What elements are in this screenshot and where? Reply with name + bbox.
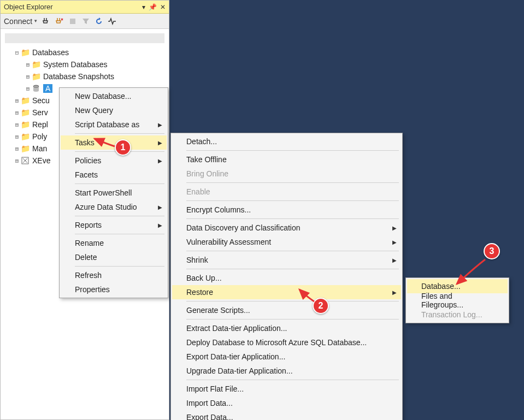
- menu-back-up[interactable]: Back Up...: [172, 271, 401, 285]
- close-icon[interactable]: ✕: [160, 3, 166, 11]
- folder-icon: 📁: [20, 144, 30, 153]
- expand-icon[interactable]: ⊞: [25, 85, 31, 92]
- menu-take-offline[interactable]: Take Offline: [172, 152, 401, 167]
- dropdown-icon[interactable]: ▾: [142, 3, 145, 11]
- refresh-icon[interactable]: [95, 17, 103, 26]
- plug-disconnect-icon[interactable]: [55, 17, 64, 26]
- connect-button[interactable]: Connect ▼: [4, 17, 38, 26]
- menu-new-query[interactable]: New Query: [61, 103, 167, 117]
- context-menu-restore: Database... Files and Filegroups... Tran…: [405, 277, 509, 323]
- activity-icon[interactable]: [108, 17, 116, 26]
- collapse-icon[interactable]: ⊟: [14, 49, 20, 56]
- menu-policies[interactable]: Policies▶: [61, 153, 167, 168]
- menu-tasks[interactable]: Tasks▶: [61, 135, 167, 150]
- menu-separator: [186, 182, 399, 183]
- menu-vulnerability-assessment[interactable]: Vulnerability Assessment▶: [172, 235, 401, 249]
- folder-icon: 📁: [20, 48, 30, 57]
- expand-icon[interactable]: ⊞: [14, 133, 20, 140]
- submenu-arrow-icon: ▶: [392, 257, 397, 263]
- menu-start-powershell[interactable]: Start PowerShell: [61, 186, 167, 200]
- tree-node-database-snapshots[interactable]: ⊞ 📁 Database Snapshots: [25, 70, 167, 82]
- menu-detach[interactable]: Detach...: [172, 134, 401, 149]
- chevron-down-icon: ▼: [33, 19, 38, 23]
- menu-separator: [186, 380, 399, 380]
- menu-separator: [186, 200, 399, 201]
- menu-separator: [186, 319, 399, 320]
- menu-restore[interactable]: Restore▶: [172, 285, 401, 299]
- menu-export-data[interactable]: Export Data...: [172, 410, 401, 420]
- xevent-icon: [20, 156, 30, 165]
- submenu-arrow-icon: ▶: [392, 239, 397, 245]
- context-menu-database: New Database... New Query Script Databas…: [59, 87, 168, 298]
- expand-icon[interactable]: ⊞: [14, 121, 20, 128]
- menu-separator: [75, 184, 164, 184]
- menu-shrink[interactable]: Shrink▶: [172, 253, 401, 267]
- annotation-badge-1: 1: [115, 139, 131, 156]
- pin-icon[interactable]: 📌: [149, 3, 157, 11]
- svg-rect-0: [70, 19, 75, 24]
- menu-reports[interactable]: Reports▶: [61, 218, 167, 232]
- menu-facets[interactable]: Facets: [61, 168, 167, 182]
- submenu-arrow-icon: ▶: [392, 289, 397, 295]
- menu-data-discovery[interactable]: Data Discovery and Classification▶: [172, 221, 401, 235]
- annotation-badge-2: 2: [313, 298, 329, 314]
- expand-icon[interactable]: ⊞: [25, 61, 31, 68]
- submenu-arrow-icon: ▶: [158, 158, 162, 164]
- menu-separator: [186, 150, 399, 151]
- expand-icon[interactable]: ⊞: [14, 97, 20, 104]
- plug-connect-icon[interactable]: [42, 17, 51, 26]
- menu-separator: [75, 216, 164, 216]
- folder-icon: 📁: [20, 96, 30, 105]
- expand-icon[interactable]: ⊞: [14, 145, 20, 152]
- menu-enable: Enable: [172, 185, 401, 199]
- submenu-arrow-icon: ▶: [158, 204, 162, 210]
- menu-azure-data-studio[interactable]: Azure Data Studio▶: [61, 200, 167, 214]
- folder-icon: 📁: [20, 120, 30, 129]
- menu-extract-dta[interactable]: Extract Data-tier Application...: [172, 321, 401, 335]
- menu-separator: [75, 266, 164, 267]
- menu-script-database[interactable]: Script Database as▶: [61, 117, 167, 132]
- menu-separator: [186, 301, 399, 301]
- panel-header: Object Explorer ▾ 📌 ✕: [1, 1, 169, 14]
- menu-export-dta[interactable]: Export Data-tier Application...: [172, 350, 401, 364]
- submenu-arrow-icon: ▶: [158, 222, 162, 228]
- stop-icon[interactable]: [68, 17, 77, 26]
- expand-icon[interactable]: ⊞: [14, 157, 20, 164]
- submenu-arrow-icon: ▶: [392, 225, 397, 231]
- submenu-arrow-icon: ▶: [158, 140, 162, 146]
- toolbar: Connect ▼: [1, 14, 169, 29]
- panel-controls: ▾ 📌 ✕: [142, 3, 166, 11]
- menu-import-flat-file[interactable]: Import Flat File...: [172, 382, 401, 396]
- expand-icon[interactable]: ⊞: [25, 73, 31, 80]
- panel-title: Object Explorer: [4, 3, 53, 11]
- server-node-placeholder: [5, 33, 164, 43]
- menu-restore-transaction-log: Transaction Log...: [407, 307, 508, 322]
- tree-node-system-databases[interactable]: ⊞ 📁 System Databases: [25, 58, 167, 70]
- menu-encrypt-columns[interactable]: Encrypt Columns...: [172, 203, 401, 217]
- menu-properties[interactable]: Properties: [61, 282, 167, 297]
- menu-separator: [186, 218, 399, 219]
- menu-deploy-azure[interactable]: Deploy Database to Microsoft Azure SQL D…: [172, 335, 401, 350]
- tree-node-databases[interactable]: ⊟ 📁 Databases: [14, 46, 167, 58]
- menu-new-database[interactable]: New Database...: [61, 89, 167, 103]
- expand-icon[interactable]: ⊞: [14, 109, 20, 116]
- menu-separator: [186, 251, 399, 251]
- folder-icon: 📁: [31, 60, 41, 69]
- menu-delete[interactable]: Delete: [61, 250, 167, 264]
- folder-icon: 📁: [20, 108, 30, 117]
- folder-icon: 📁: [31, 72, 41, 81]
- filter-icon[interactable]: [81, 17, 90, 26]
- menu-import-data[interactable]: Import Data...: [172, 396, 401, 410]
- menu-separator: [75, 234, 164, 234]
- context-menu-tasks: Detach... Take Offline Bring Online Enab…: [170, 133, 403, 420]
- menu-rename[interactable]: Rename: [61, 236, 167, 250]
- menu-upgrade-dta[interactable]: Upgrade Data-tier Application...: [172, 364, 401, 378]
- menu-refresh[interactable]: Refresh: [61, 268, 167, 282]
- menu-separator: [75, 133, 164, 134]
- annotation-badge-3: 3: [484, 243, 500, 259]
- menu-separator: [186, 269, 399, 269]
- menu-bring-online: Bring Online: [172, 167, 401, 181]
- folder-icon: 📁: [20, 132, 30, 141]
- menu-restore-files[interactable]: Files and Filegroups...: [407, 293, 508, 307]
- menu-generate-scripts[interactable]: Generate Scripts...: [172, 303, 401, 317]
